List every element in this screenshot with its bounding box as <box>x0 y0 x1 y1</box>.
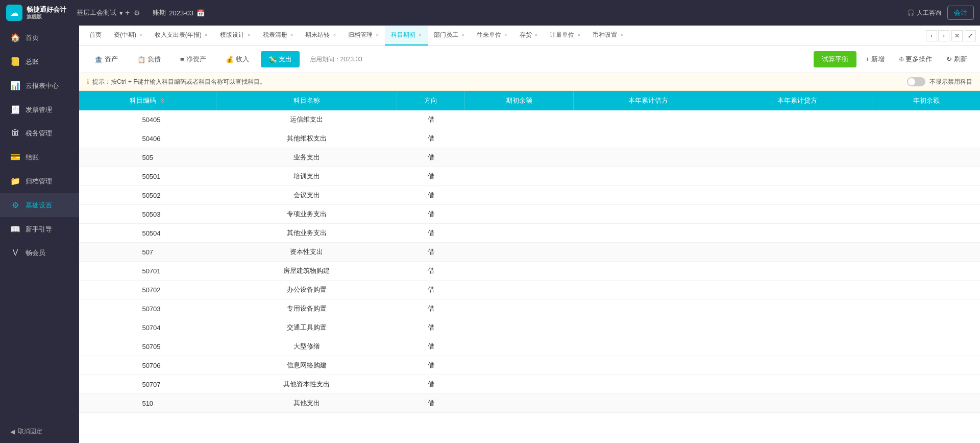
table-row[interactable]: 50704 交通工具购置 借 <box>79 318 980 337</box>
project-selector[interactable]: 基层工会测试 ▾ <box>77 8 123 17</box>
table-container[interactable]: 科目编码 ⚙ 科目名称 方向 期初余额 本年累计借方 本年累计贷方 年初余额 5… <box>79 91 980 443</box>
cell-code: 50702 <box>79 281 216 299</box>
period-selector[interactable]: 账期 2023-03 📅 <box>153 8 205 17</box>
topbar-right: 🎧 人工咨询 会计 <box>907 6 974 20</box>
tab-close-icon[interactable]: × <box>535 32 538 38</box>
cell-code: 505 <box>79 148 216 167</box>
hide-disabled-toggle[interactable] <box>907 77 925 86</box>
more-button[interactable]: ⊕ 更多操作 <box>894 52 938 67</box>
calc-balance-button[interactable]: 试算平衡 <box>814 51 856 67</box>
table-row[interactable]: 510 其他支出 借 <box>79 394 980 413</box>
table-row[interactable]: 50706 信息网络购建 借 <box>79 356 980 375</box>
tab-资(中期)[interactable]: 资(中期)× <box>108 26 149 45</box>
cell-code: 50707 <box>79 375 216 394</box>
support-button[interactable]: 🎧 人工咨询 <box>907 9 941 17</box>
gear-icon[interactable]: ⚙ <box>160 97 165 104</box>
col-year-opening: 年初余额 <box>872 91 980 110</box>
table-row[interactable]: 505 业务支出 借 <box>79 148 980 167</box>
cell-ytd-credit <box>723 129 872 148</box>
cell-name: 房屋建筑物购建 <box>216 262 397 281</box>
tab-首页[interactable]: 首页 <box>83 26 108 45</box>
tab-期末结转[interactable]: 期末结转× <box>299 26 342 45</box>
cell-opening-balance <box>465 243 574 262</box>
sidebar-item-新手引导[interactable]: 📖新手引导 <box>0 217 79 241</box>
cell-year-opening <box>872 205 980 224</box>
table-row[interactable]: 50504 其他业务支出 借 <box>79 224 980 243</box>
topbar: ☁ 畅捷通好会计 旗舰版 基层工会测试 ▾ + ⚙ 账期 2023-03 📅 🎧… <box>0 0 980 26</box>
sidebar-item-首页[interactable]: 🏠首页 <box>0 26 79 50</box>
table-row[interactable]: 507 资本性支出 借 <box>79 243 980 262</box>
sub-tab-净资产[interactable]: ≡净资产 <box>173 51 214 67</box>
tab-币种设置[interactable]: 币种设置× <box>586 26 629 45</box>
table-row[interactable]: 50707 其他资本性支出 借 <box>79 375 980 394</box>
tabs-close-button[interactable]: ✕ <box>951 30 963 41</box>
table-row[interactable]: 50705 大型修缮 借 <box>79 337 980 356</box>
sidebar-item-发票管理[interactable]: 🧾发票管理 <box>0 98 79 122</box>
cell-opening-balance <box>465 148 574 167</box>
add-button[interactable]: + 新增 <box>861 52 890 67</box>
tab-收入支出表(年报)[interactable]: 收入支出表(年报)× <box>149 26 214 45</box>
table-row[interactable]: 50501 培训支出 借 <box>79 167 980 186</box>
tab-close-icon[interactable]: × <box>577 32 580 38</box>
sidebar-item-税务管理[interactable]: 🏛税务管理 <box>0 122 79 145</box>
sidebar-icon: 📒 <box>10 57 20 66</box>
cell-ytd-debit <box>573 281 723 299</box>
tab-close-icon[interactable]: × <box>139 32 142 38</box>
tab-close-icon[interactable]: × <box>419 32 422 38</box>
project-dropdown-icon[interactable]: ▾ <box>119 9 123 17</box>
sub-tab-负债[interactable]: 📋负债 <box>130 51 168 67</box>
tab-归档管理[interactable]: 归档管理× <box>342 26 385 45</box>
sub-tab-收入[interactable]: 💰收入 <box>218 51 257 67</box>
calendar-icon[interactable]: 📅 <box>197 9 205 17</box>
sidebar-collapse-button[interactable]: ◀ 取消固定 <box>0 420 79 443</box>
tab-计量单位[interactable]: 计量单位× <box>544 26 586 45</box>
tab-存货[interactable]: 存货× <box>513 26 544 45</box>
tab-close-icon[interactable]: × <box>620 32 623 38</box>
tab-往来单位[interactable]: 往来单位× <box>471 26 513 45</box>
refresh-button[interactable]: ↻ 刷新 <box>941 52 972 67</box>
table-row[interactable]: 50406 其他维权支出 借 <box>79 129 980 148</box>
cell-direction: 借 <box>397 129 465 148</box>
logo-main: 畅捷通好会计 <box>27 6 66 14</box>
table-row[interactable]: 50702 办公设备购置 借 <box>79 281 980 299</box>
col-direction: 方向 <box>397 91 465 110</box>
col-opening-balance: 期初余额 <box>465 91 574 110</box>
tab-close-icon[interactable]: × <box>504 32 507 38</box>
tab-模版设计[interactable]: 模版设计× <box>214 26 257 45</box>
sidebar-item-结账[interactable]: 💳结账 <box>0 145 79 169</box>
table-row[interactable]: 50701 房屋建筑物购建 借 <box>79 262 980 281</box>
cell-year-opening <box>872 281 980 299</box>
tab-科目期初[interactable]: 科目期初× <box>385 26 428 45</box>
tabs-expand-button[interactable]: ⤢ <box>965 30 976 41</box>
sidebar-item-基础设置[interactable]: ⚙基础设置 <box>0 193 79 217</box>
tab-部门员工[interactable]: 部门员工× <box>428 26 471 45</box>
tab-税表清册[interactable]: 税表清册× <box>257 26 300 45</box>
tab-close-icon[interactable]: × <box>248 32 251 38</box>
tab-close-icon[interactable]: × <box>290 32 293 38</box>
tabs-prev-button[interactable]: ‹ <box>926 30 937 41</box>
sidebar-icon: 🧾 <box>10 105 20 114</box>
tab-close-icon[interactable]: × <box>376 32 379 38</box>
sidebar-item-总账[interactable]: 📒总账 <box>0 50 79 74</box>
table-row[interactable]: 50503 专项业务支出 借 <box>79 205 980 224</box>
cell-opening-balance <box>465 110 574 129</box>
tip-bar: ℹ 提示：按Ctrl + F键并输入科目编码或者科目名称可以查找科目。 不显示禁… <box>79 73 980 91</box>
tab-close-icon[interactable]: × <box>333 32 336 38</box>
tab-close-icon[interactable]: × <box>205 32 208 38</box>
cell-name: 办公设备购置 <box>216 281 397 299</box>
table-row[interactable]: 50703 专用设备购置 借 <box>79 299 980 318</box>
add-tab-button[interactable]: + <box>123 8 132 17</box>
table-row[interactable]: 50405 运信维支出 借 <box>79 110 980 129</box>
tabs-next-button[interactable]: › <box>938 30 949 41</box>
tab-close-icon[interactable]: × <box>461 32 464 38</box>
table-row[interactable]: 50502 会议支出 借 <box>79 186 980 205</box>
sidebar-item-云报表中心[interactable]: 📊云报表中心 <box>0 74 79 98</box>
sub-tab-支出[interactable]: 💸支出 <box>261 51 300 67</box>
sidebar-item-归档管理[interactable]: 📁归档管理 <box>0 169 79 193</box>
account-button[interactable]: 会计 <box>947 6 974 20</box>
sidebar-label: 结账 <box>26 153 39 162</box>
sub-tab-资产[interactable]: 🏦资产 <box>87 51 126 67</box>
sidebar-item-畅会员[interactable]: V畅会员 <box>0 241 79 265</box>
settings-icon[interactable]: ⚙ <box>132 9 142 17</box>
cell-ytd-debit <box>573 205 723 224</box>
